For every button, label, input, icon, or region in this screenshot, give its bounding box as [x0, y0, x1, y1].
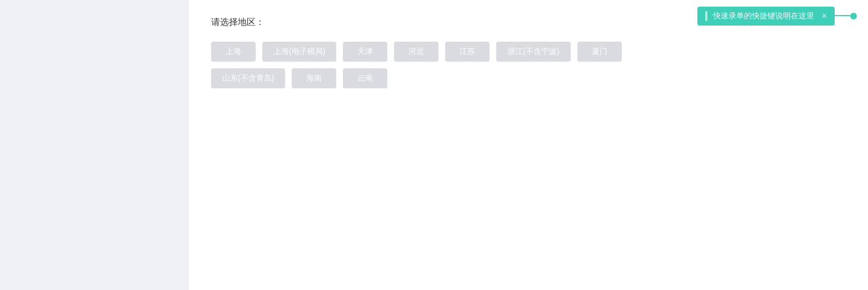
region-button-yunnan[interactable]: 云南	[343, 68, 387, 88]
region-button-shanghai[interactable]: 上海	[211, 42, 256, 62]
tooltip-accent	[705, 11, 707, 21]
main-content: 请选择地区： 上海上海(电子税局)天津河北江苏浙江(不含宁波)厦门 山东(不含青…	[189, 0, 868, 290]
tooltip-connector-line	[835, 15, 850, 16]
tooltip-text: 快速录单的快捷键说明在这里	[713, 11, 814, 21]
region-button-shanghai-etax[interactable]: 上海(电子税局)	[262, 42, 336, 62]
region-button-hebei[interactable]: 河北	[394, 42, 438, 62]
region-row-1: 上海上海(电子税局)天津河北江苏浙江(不含宁波)厦门	[211, 42, 846, 62]
left-panel	[0, 0, 189, 290]
region-button-xiamen[interactable]: 厦门	[577, 42, 622, 62]
region-button-hainan[interactable]: 海南	[292, 68, 336, 88]
region-button-jiangsu[interactable]: 江苏	[445, 42, 490, 62]
region-button-tianjin[interactable]: 天津	[343, 42, 387, 62]
region-button-zhejiang[interactable]: 浙江(不含宁波)	[496, 42, 570, 62]
region-button-shandong[interactable]: 山东(不含青岛)	[211, 68, 285, 88]
tooltip-connector-dot	[850, 13, 857, 19]
tooltip-close-button[interactable]: ×	[822, 12, 827, 21]
region-row-2: 山东(不含青岛)海南云南	[211, 68, 846, 88]
tooltip-bar: 快速录单的快捷键说明在这里 ×	[697, 7, 835, 26]
